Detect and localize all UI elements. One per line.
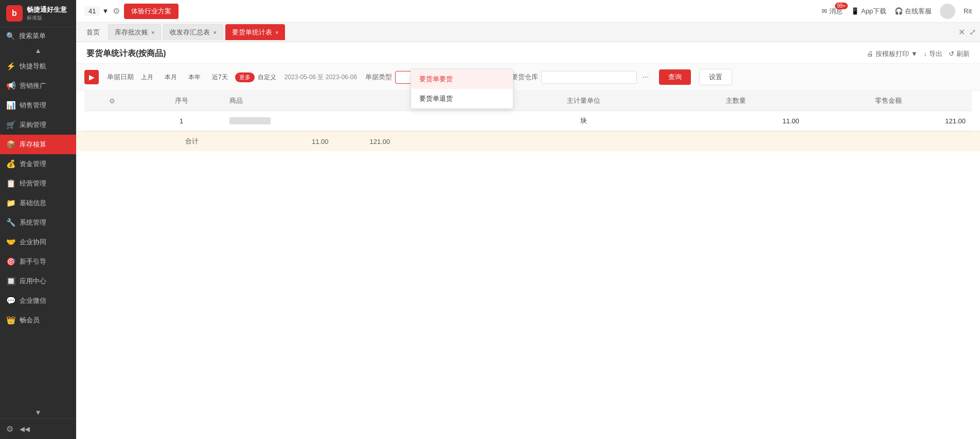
sidebar-item-sales[interactable]: 📊 销售管理: [0, 96, 76, 115]
topbar-gear-icon[interactable]: ⚙: [113, 6, 120, 16]
print-label: 按模板打印: [876, 49, 909, 59]
basic-icon: 📁: [6, 198, 15, 208]
sidebar-item-operations[interactable]: 📋 经营管理: [0, 174, 76, 193]
sidebar-item-shortcut[interactable]: ⚡ 快捷导航: [0, 57, 76, 76]
date-this-month[interactable]: 本月: [161, 71, 181, 83]
warehouse-filter-group: 要货仓库 ···: [511, 71, 651, 84]
wechat-label: 企业微信: [20, 296, 46, 305]
store-selector[interactable]: 41 ▼: [84, 6, 109, 16]
tab-expand-icon[interactable]: ⤢: [969, 27, 976, 37]
row-unit: 块: [501, 111, 667, 131]
sidebar-item-finance[interactable]: 💰 资金管理: [0, 154, 76, 174]
sidebar-item-appstore[interactable]: 🔲 应用中心: [0, 271, 76, 291]
tabbar: 首页 库存批次账 × 收发存汇总表 × 要货单统计表 × ✕ ⤢: [76, 23, 980, 42]
main-content: 41 ▼ ⚙ 体验行业方案 ✉ 消息 99+ 📱 App下载 🎧 在线客服 Ri…: [76, 0, 980, 439]
sidebar-item-inventory[interactable]: 📦 库存核算: [0, 135, 76, 154]
row-amount: 121.00: [806, 111, 972, 131]
row-seq: 1: [140, 111, 223, 131]
settings-icon[interactable]: ⚙: [6, 424, 13, 434]
sidebar: b 畅捷通好生意 标准版 🔍 搜索菜单 ▲ ⚡ 快捷导航 📢 营销推广 📊 销售…: [0, 0, 76, 439]
sidebar-item-member[interactable]: 👑 畅会员: [0, 310, 76, 330]
store-dropdown-icon: ▼: [102, 7, 109, 15]
page-actions: 🖨 按模板打印 ▼ ↓ 导出 ↺ 刷新: [867, 49, 970, 59]
tab-receivable-close[interactable]: ×: [213, 29, 216, 35]
appstore-icon: 🔲: [6, 277, 15, 286]
topbar: 41 ▼ ⚙ 体验行业方案 ✉ 消息 99+ 📱 App下载 🎧 在线客服 Ri…: [76, 0, 980, 23]
marketing-icon: 📢: [6, 81, 15, 90]
search-menu[interactable]: 🔍 搜索菜单: [0, 27, 76, 45]
date-filter-label: 单据日期: [107, 72, 134, 82]
messages-icon: ✉: [822, 7, 827, 15]
refresh-button[interactable]: ↺ 刷新: [949, 49, 970, 59]
date-this-year[interactable]: 本年: [184, 71, 205, 83]
tab-purchase-order-close[interactable]: ×: [275, 29, 278, 35]
dropdown-item-order-return[interactable]: 要货单退货: [411, 89, 513, 108]
app-download-button[interactable]: 📱 App下载: [851, 7, 886, 16]
warehouse-filter-input[interactable]: [541, 71, 637, 84]
settings-button[interactable]: 设置: [699, 69, 732, 85]
footer-quantity: 11.00: [312, 138, 329, 145]
filter-expand-button[interactable]: ▶: [84, 70, 99, 84]
product-name-blurred: [229, 117, 271, 124]
inventory-label: 库存核算: [20, 140, 46, 149]
filter-more-dots[interactable]: ···: [642, 72, 649, 82]
tab-inventory-batch[interactable]: 库存批次账 ×: [108, 24, 161, 40]
username-text: Rit: [964, 7, 972, 15]
export-button[interactable]: ↓ 导出: [924, 49, 943, 59]
messages-button[interactable]: ✉ 消息 99+: [822, 7, 843, 16]
tab-receivable-summary[interactable]: 收发存汇总表 ×: [163, 24, 223, 40]
table-footer: 合计 11.00 121.00: [76, 131, 980, 151]
row-product: [223, 111, 501, 131]
sidebar-item-marketing[interactable]: 📢 营销推广: [0, 76, 76, 96]
download-icon: 📱: [851, 7, 859, 15]
sidebar-item-purchase[interactable]: 🛒 采购管理: [0, 115, 76, 135]
date-last-month[interactable]: 上月: [137, 71, 157, 83]
col-settings[interactable]: ⚙: [84, 91, 140, 111]
sidebar-nav: ⚡ 快捷导航 📢 营销推广 📊 销售管理 🛒 采购管理 📦 库存核算 💰 资金管…: [0, 57, 76, 407]
date-range-display: 2023-05-06 至 2023-06-06: [284, 73, 357, 82]
col-quantity: 主数量: [667, 91, 806, 111]
date-shortcuts: 上月 本月 本年 近7天 更多: [137, 71, 255, 83]
tab-home[interactable]: 首页: [80, 25, 106, 40]
tab-purchase-order-label: 要货单统计表: [232, 28, 272, 37]
date-last-7-days[interactable]: 近7天: [208, 71, 232, 83]
online-service-button[interactable]: 🎧 在线客服: [895, 7, 932, 16]
tab-inventory-batch-close[interactable]: ×: [151, 29, 154, 35]
print-arrow: ▼: [911, 50, 918, 58]
page-title: 要货单统计表(按商品): [86, 48, 166, 59]
shortcut-label: 快捷导航: [20, 62, 46, 71]
date-custom-button[interactable]: 自定义: [258, 73, 276, 82]
sidebar-item-wechat[interactable]: 💬 企业微信: [0, 291, 76, 310]
search-icon: 🔍: [6, 32, 15, 40]
sidebar-item-basic[interactable]: 📁 基础信息: [0, 193, 76, 213]
system-icon: 🔧: [6, 218, 15, 227]
sidebar-item-enterprise[interactable]: 🤝 企业协同: [0, 232, 76, 252]
wechat-icon: 💬: [6, 296, 15, 305]
sales-icon: 📊: [6, 101, 15, 110]
dropdown-item-order-goods[interactable]: 要货单要货: [411, 69, 513, 89]
scroll-up-button[interactable]: ▲: [0, 45, 76, 57]
inventory-icon: 📦: [6, 140, 15, 149]
collapse-button[interactable]: ◀◀: [20, 425, 30, 433]
tab-close-all-icon[interactable]: ✕: [958, 27, 965, 37]
trial-button[interactable]: 体验行业方案: [124, 4, 179, 19]
tab-purchase-order-stats[interactable]: 要货单统计表 ×: [225, 24, 285, 40]
finance-icon: 💰: [6, 159, 15, 169]
export-label: 导出: [929, 49, 942, 59]
online-service-label: 在线客服: [905, 7, 932, 16]
filter-bar: ▶ 单据日期 上月 本月 本年 近7天 更多 自定义 2023-05-06 至 …: [76, 64, 980, 91]
sidebar-item-system[interactable]: 🔧 系统管理: [0, 213, 76, 232]
scroll-down-button[interactable]: ▼: [0, 407, 76, 418]
logo-icon: b: [6, 5, 23, 22]
finance-label: 资金管理: [20, 159, 46, 169]
print-icon: 🖨: [867, 50, 874, 58]
sidebar-bottom: ⚙ ◀◀: [0, 418, 76, 439]
query-button[interactable]: 查询: [659, 69, 691, 85]
print-button[interactable]: 🖨 按模板打印 ▼: [867, 49, 918, 59]
sidebar-item-guide[interactable]: 🎯 新手引导: [0, 252, 76, 271]
col-amount: 零售金额: [806, 91, 972, 111]
search-menu-label: 搜索菜单: [19, 31, 46, 41]
user-avatar[interactable]: [940, 4, 955, 19]
col-seq: 序号: [140, 91, 223, 111]
date-more-button[interactable]: 更多: [235, 72, 255, 82]
